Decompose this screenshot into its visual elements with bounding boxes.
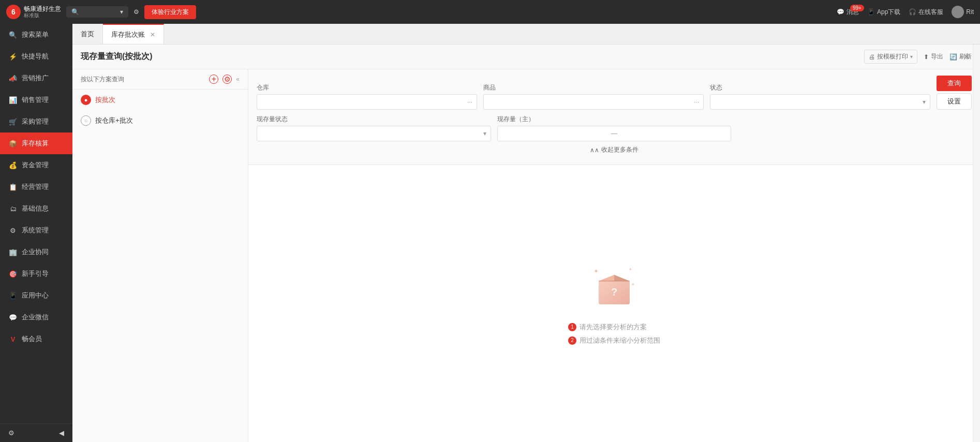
tab-home[interactable]: 首页	[72, 24, 103, 44]
trial-button[interactable]: 体验行业方案	[144, 5, 196, 19]
top-bar: 6 畅康通好生意 标准版 🔍 ▾ ⚙ 体验行业方案 💬 消息 99+ 📱 App…	[0, 0, 980, 24]
refresh-icon: 🔄	[949, 53, 957, 61]
stock-qty-input[interactable]: —	[497, 126, 732, 141]
top-settings-icon[interactable]: ⚙	[133, 8, 139, 16]
warehouse-field: 仓库 ···	[257, 83, 477, 110]
warehouse-label: 仓库	[257, 83, 477, 92]
tab-inventory-batch[interactable]: 库存批次账 ✕	[103, 24, 164, 44]
warehouse-input[interactable]: ···	[257, 94, 477, 110]
guide-icon: 🎯	[8, 269, 18, 278]
sidebar-item-appstore[interactable]: 📱 应用中心	[0, 285, 72, 306]
page-close-button[interactable]: ✕	[963, 52, 970, 62]
sidebar-item-member[interactable]: V 畅会员	[0, 328, 72, 350]
operations-icon: 📋	[8, 182, 18, 191]
finance-icon: 💰	[8, 160, 18, 170]
sidebar-item-system[interactable]: ⚙ 系统管理	[0, 219, 72, 241]
top-bar-right: 💬 消息 99+ 📱 App下载 🎧 在线客服 Rit	[837, 6, 974, 18]
sidebar-item-purchase[interactable]: 🛒 采购管理	[0, 111, 72, 132]
message-icon: 💬	[837, 8, 844, 16]
wechat-icon: 💬	[8, 313, 18, 322]
logo-area: 6 畅康通好生意 标准版	[6, 5, 61, 19]
user-item[interactable]: Rit	[952, 6, 974, 18]
export-button[interactable]: ⬆ 导出	[924, 52, 943, 61]
query-filters: 仓库 ··· 商品 ···	[248, 69, 980, 165]
stock-status-field: 现存量状态 ▾	[257, 115, 491, 141]
empty-state-icon: ? ✦ ✦ ✦	[588, 260, 640, 312]
panel-collapse-icon[interactable]: «	[236, 76, 240, 83]
collapse-icon: ∧∧	[590, 146, 599, 154]
search-dropdown-icon: ▾	[120, 8, 123, 16]
content-area: 首页 库存批次账 ✕ 现存量查询(按批次) 🖨 按模板打印 ▾ ⬆	[72, 24, 980, 442]
member-icon: V	[8, 334, 18, 344]
svg-marker-1	[599, 275, 614, 281]
sidebar-item-sales[interactable]: 📊 销售管理	[0, 89, 72, 111]
logo-text: 畅康通好生意 标准版	[24, 5, 61, 19]
status-label: 状态	[710, 83, 930, 92]
sales-icon: 📊	[8, 95, 18, 105]
headset-icon: 🎧	[909, 8, 916, 16]
product-label: 商品	[483, 83, 704, 92]
warehouse-more-icon: ···	[467, 98, 472, 106]
page-title: 现存量查询(按批次)	[81, 51, 153, 62]
status-dropdown-icon: ▾	[923, 98, 926, 106]
scheme-batch[interactable]: ● 按批次	[72, 90, 248, 110]
empty-text-list: 1 请先选择要分析的方案 2 用过滤条件来缩小分析范围	[568, 320, 660, 347]
avatar	[952, 6, 964, 18]
sidebar-item-enterprise[interactable]: 🏢 企业协同	[0, 241, 72, 263]
stock-status-dropdown-icon: ▾	[483, 130, 486, 137]
sidebar-item-search[interactable]: 🔍 搜索菜单	[0, 24, 72, 46]
app-download-item[interactable]: 📱 App下载	[867, 8, 900, 17]
svg-marker-2	[614, 275, 630, 281]
sidebar-bottom: ⚙ ◀	[0, 423, 72, 442]
scheme-settings-icon[interactable]: ⚙	[222, 75, 232, 84]
top-bar-left: 6 畅康通好生意 标准版 🔍 ▾ ⚙ 体验行业方案	[6, 5, 196, 19]
messages-badge: 99+	[850, 5, 864, 11]
right-scrollbar	[973, 45, 980, 442]
settings-button[interactable]: 设置	[937, 93, 972, 110]
stock-qty-label: 现存量（主）	[497, 115, 732, 124]
collapse-filters-button[interactable]: ∧∧ 收起更多条件	[257, 141, 972, 158]
query-area: 仓库 ··· 商品 ···	[248, 69, 980, 442]
settings-area: ⚙	[133, 8, 139, 16]
messages-item[interactable]: 💬 消息 99+	[837, 8, 859, 17]
batch-scheme-icon: ●	[81, 95, 91, 105]
sidebar-item-quick-nav[interactable]: ⚡ 快捷导航	[0, 46, 72, 67]
status-field: 状态 ▾	[710, 83, 930, 110]
appstore-icon: 📱	[8, 291, 18, 300]
page-header: 现存量查询(按批次) 🖨 按模板打印 ▾ ⬆ 导出 🔄 刷新	[72, 45, 980, 69]
top-search-bar[interactable]: 🔍 ▾	[66, 6, 128, 18]
sidebar-settings-icon[interactable]: ⚙	[8, 429, 14, 437]
sidebar-item-guide[interactable]: 🎯 新手引导	[0, 263, 72, 285]
enterprise-icon: 🏢	[8, 247, 18, 257]
add-scheme-icon[interactable]: +	[209, 75, 218, 84]
product-input[interactable]: ···	[483, 94, 704, 110]
svg-text:?: ?	[611, 286, 617, 298]
scheme-warehouse-batch[interactable]: ○ 按仓库+批次	[72, 110, 248, 131]
data-area: ? ✦ ✦ ✦ 1 请先选择要分析的方案	[248, 165, 980, 442]
print-button[interactable]: 🖨 按模板打印 ▾	[864, 50, 917, 64]
sidebar-item-inventory[interactable]: 📦 库存核算	[0, 132, 72, 154]
stock-qty-separator: —	[611, 130, 617, 137]
export-icon: ⬆	[924, 53, 929, 61]
tab-close-icon[interactable]: ✕	[150, 31, 155, 38]
sidebar-item-operations[interactable]: 📋 经营管理	[0, 176, 72, 198]
logo-icon: 6	[6, 5, 21, 19]
empty-tip-1: 1 请先选择要分析的方案	[568, 320, 660, 334]
system-icon: ⚙	[8, 226, 18, 235]
page-header-actions: 🖨 按模板打印 ▾ ⬆ 导出 🔄 刷新	[864, 50, 972, 64]
warehouse-batch-scheme-icon: ○	[81, 115, 91, 126]
sidebar-item-wechat[interactable]: 💬 企业微信	[0, 306, 72, 328]
sidebar-collapse-icon[interactable]: ◀	[59, 429, 64, 437]
sidebar: 🔍 搜索菜单 ⚡ 快捷导航 📣 营销推广 📊 销售管理 🛒 采购管理 📦 库存核…	[0, 24, 72, 442]
sidebar-item-marketing[interactable]: 📣 营销推广	[0, 67, 72, 89]
status-input[interactable]: ▾	[710, 94, 930, 110]
svg-text:✦: ✦	[629, 267, 632, 272]
search-icon: 🔍	[8, 30, 18, 39]
stock-status-input[interactable]: ▾	[257, 126, 491, 141]
user-name: Rit	[966, 8, 974, 16]
tab-bar: 首页 库存批次账 ✕	[72, 24, 980, 45]
sidebar-item-finance[interactable]: 💰 资金管理	[0, 154, 72, 176]
online-service-item[interactable]: 🎧 在线客服	[909, 8, 943, 17]
sidebar-item-basic[interactable]: 🗂 基础信息	[0, 198, 72, 219]
query-button[interactable]: 查询	[937, 76, 972, 91]
